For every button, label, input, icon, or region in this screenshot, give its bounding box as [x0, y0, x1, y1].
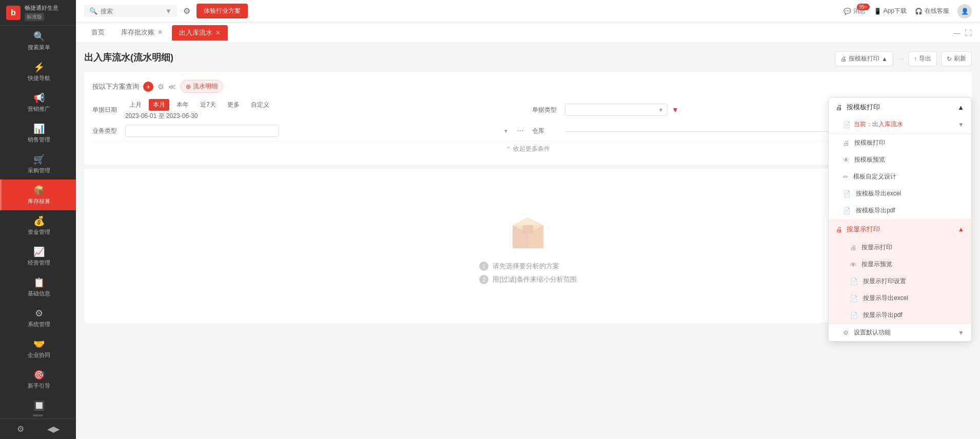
biz-label: 业务类型 [92, 127, 121, 135]
operations-icon: 📈 [33, 246, 45, 257]
dropdown-item-template-custom[interactable]: ✏ 模板自定义设计 [829, 168, 971, 185]
sidebar-item-basic[interactable]: 📋 基础信息 [0, 272, 76, 303]
sidebar-item-shortcut[interactable]: ⚡ 快捷导航 [0, 56, 76, 87]
dropdown-item-display-print[interactable]: 🖨 按显示打印 [829, 239, 971, 256]
dropdown-item-template-print[interactable]: 🖨 按模板打印 [829, 134, 971, 151]
sidebar-nav: 🔍 搜索菜单 ⚡ 快捷导航 📢 营销推广 📊 销售管理 🛒 采购管理 📦 [0, 26, 76, 412]
tab-minimize-icon[interactable]: — [953, 29, 961, 37]
tab-batch-close[interactable]: ✕ [158, 29, 163, 36]
display-print-icon: 🖨 [850, 244, 856, 251]
date-last-month-btn[interactable]: 上月 [125, 99, 146, 111]
page-actions: 🖨 按模板打印 ▲ ⋯ ↑ 导出 ↻ 刷新 [835, 51, 972, 66]
system-icon: ⚙ [35, 308, 43, 319]
sidebar-item-guide[interactable]: 🎯 新手引导 [0, 364, 76, 395]
app-version: 标准版 [25, 13, 44, 21]
sidebar-item-purchase[interactable]: 🛒 采购管理 [0, 149, 76, 179]
type-select-wrap[interactable] [565, 104, 668, 116]
main-area: 🔍 ▼ ⚙ 体验行业方案 💬 消息 99+ 📱 App下载 🎧 [76, 0, 980, 439]
filter-add-btn[interactable]: + [143, 82, 153, 92]
more-icon[interactable]: ⋯ [897, 55, 904, 63]
tab-flow-close[interactable]: ✕ [215, 29, 221, 36]
sidebar-item-marketing[interactable]: 📢 营销推广 [0, 87, 76, 118]
inventory-icon: 📦 [33, 185, 45, 196]
sidebar-item-label: 采购管理 [28, 167, 50, 174]
refresh-btn[interactable]: ↻ 刷新 [941, 51, 972, 66]
tab-flow[interactable]: 出入库流水 ✕ [172, 25, 228, 41]
dropdown-item-display-excel[interactable]: 📄 按显示导出excel [829, 290, 971, 307]
date-custom-btn[interactable]: 自定义 [247, 99, 273, 111]
download-icon: 📱 [874, 8, 881, 15]
user-avatar[interactable]: 👤 [957, 4, 972, 18]
date-this-month-btn[interactable]: 本月 [149, 99, 169, 111]
dropdown-item-template-preview[interactable]: 👁 按模板预览 [829, 151, 971, 168]
dropdown-item-display-print-settings[interactable]: 📄 按显示打印设置 [829, 273, 971, 290]
export-btn[interactable]: ↑ 导出 [908, 51, 937, 66]
marketing-icon: 📢 [33, 92, 45, 104]
tab-bar: 首页 库存批次账 ✕ 出入库流水 ✕ — ⛶ [76, 23, 980, 43]
sidebar-item-label: 库存核算 [28, 197, 50, 205]
hint-num-2: 2 [479, 275, 488, 284]
tab-home[interactable]: 首页 [84, 25, 112, 41]
tab-batch[interactable]: 库存批次账 ✕ [114, 25, 170, 41]
filter-settings-icon[interactable]: ⚙ [158, 83, 164, 91]
default-func-icon: ⚙ [843, 329, 849, 336]
search-input[interactable] [101, 8, 162, 15]
sidebar-item-collab[interactable]: 🤝 企业协同 [0, 333, 76, 364]
date-this-year-btn[interactable]: 本年 [172, 99, 193, 111]
sidebar-item-label: 快捷导航 [28, 74, 50, 82]
header-settings-icon[interactable]: ⚙ [183, 6, 190, 16]
dropdown-display-header[interactable]: 🖨 按显示打印 ▲ [829, 220, 971, 239]
type-dropdown-icon[interactable]: ▼ [672, 106, 679, 114]
sidebar-item-search[interactable]: 🔍 搜索菜单 [0, 26, 76, 56]
trial-button[interactable]: 体验行业方案 [197, 4, 248, 18]
app-download-btn[interactable]: 📱 App下载 [874, 7, 907, 15]
search-bar[interactable]: 🔍 ▼ [84, 5, 177, 17]
print-template-btn[interactable]: 🖨 按模板打印 ▲ [835, 51, 893, 66]
warehouse-label: 仓库 [532, 127, 561, 135]
biz-select[interactable] [125, 125, 279, 137]
filter-collapse-icon[interactable]: ≪ [168, 83, 176, 91]
date-filter: 单据日期 上月 本月 本年 近7天 更多 自定义 2023-06-01 至 20… [92, 99, 524, 121]
sidebar-settings-btn[interactable]: ⚙ [17, 424, 24, 434]
online-service-btn[interactable]: 🎧 在线客服 [915, 7, 949, 15]
refresh-icon: ↻ [947, 55, 952, 63]
date-7days-btn[interactable]: 近7天 [196, 99, 220, 111]
dropdown-item-template-excel[interactable]: 📄 按模板导出excel [829, 185, 971, 202]
dropdown-header-section: 🖨 按模板打印 ▲ 📄 当前：出入库流水 ▼ [829, 97, 971, 134]
type-select[interactable] [565, 104, 668, 116]
collab-icon: 🤝 [33, 338, 45, 350]
sidebar-item-apps[interactable]: 🔲 应用中心 [0, 395, 76, 412]
item-pdf-icon: 📄 [843, 207, 851, 214]
dropdown-item-display-preview[interactable]: 👁 按显示预览 [829, 256, 971, 273]
sidebar-item-system[interactable]: ⚙ 系统管理 [0, 303, 76, 333]
expand-icon: ▲ [881, 55, 888, 63]
message-btn[interactable]: 💬 消息 99+ [844, 7, 866, 15]
sidebar-item-finance[interactable]: 💰 资金管理 [0, 210, 76, 241]
dropdown-current-arrow[interactable]: ▼ [958, 121, 964, 128]
dropdown-close-arrow[interactable]: ▲ [957, 104, 964, 111]
message-icon: 💬 [844, 8, 851, 15]
filter-header: 按以下方案查询 + ⚙ ≪ ⊕ 流水明细 [92, 80, 964, 93]
sidebar-item-inventory[interactable]: 📦 库存核算 [0, 179, 76, 210]
basic-icon: 📋 [33, 277, 45, 288]
sidebar-item-label: 搜索菜单 [28, 44, 50, 51]
collapse-label: 收起更多条件 [513, 145, 550, 153]
biz-more-icon[interactable]: ⋯ [517, 127, 524, 135]
dropdown-item-default-func[interactable]: ⚙ 设置默认功能 ▼ [829, 324, 971, 341]
search-icon: 🔍 [33, 31, 45, 42]
tab-maximize-icon[interactable]: ⛶ [965, 29, 972, 37]
item-label: 按模板预览 [854, 155, 885, 164]
dropdown-item-template-pdf[interactable]: 📄 按模板导出pdf [829, 202, 971, 219]
display-excel-label: 按显示导出excel [863, 294, 908, 303]
biz-select-wrap[interactable] [125, 125, 513, 137]
refresh-label: 刷新 [954, 54, 966, 63]
dropdown-title-row: 🖨 按模板打印 ▲ [829, 97, 971, 117]
sidebar-item-sales[interactable]: 📊 销售管理 [0, 118, 76, 149]
sidebar-collapse-btn[interactable]: ◀▶ [47, 424, 60, 434]
sidebar-item-operations[interactable]: 📈 经营管理 [0, 241, 76, 272]
date-more-btn[interactable]: 更多 [223, 99, 244, 111]
display-section-arrow[interactable]: ▲ [958, 226, 964, 233]
dropdown-default-section: ⚙ 设置默认功能 ▼ [829, 324, 971, 341]
dropdown-item-display-pdf[interactable]: 📄 按显示导出pdf [829, 307, 971, 324]
display-preview-label: 按显示预览 [861, 260, 892, 269]
